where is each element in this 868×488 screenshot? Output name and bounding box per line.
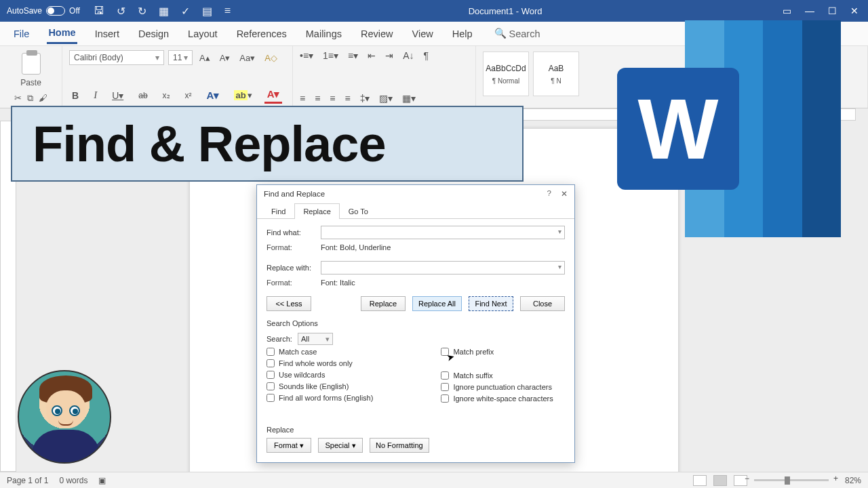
- change-case-icon[interactable]: Aa▾: [237, 52, 258, 64]
- tab-home[interactable]: Home: [47, 23, 77, 44]
- no-formatting-button[interactable]: No Formatting: [370, 438, 429, 453]
- style-item-2[interactable]: AaB ¶ N: [533, 52, 579, 96]
- multilevel-icon[interactable]: ≡▾: [348, 50, 358, 61]
- superscript-button[interactable]: x²: [182, 89, 195, 102]
- checkbox-input[interactable]: [267, 394, 275, 402]
- dialog-close-button[interactable]: Close: [520, 296, 565, 311]
- clear-format-icon[interactable]: A◇: [262, 52, 280, 64]
- read-mode-icon[interactable]: [693, 475, 707, 486]
- option-checkbox[interactable]: Match suffix: [441, 371, 553, 380]
- grow-font-icon[interactable]: A▴: [197, 52, 213, 64]
- dialog-titlebar[interactable]: Find and Replace ? ✕: [257, 185, 574, 203]
- print-layout-icon[interactable]: [713, 475, 727, 486]
- decrease-indent-icon[interactable]: ⇤: [368, 50, 376, 61]
- show-marks-icon[interactable]: ¶: [424, 50, 429, 61]
- option-checkbox[interactable]: Ignore white-space characters: [441, 394, 553, 403]
- search-direction-select[interactable]: All▾: [298, 333, 333, 345]
- font-color-button[interactable]: A▾: [264, 87, 283, 104]
- tab-file[interactable]: File: [12, 24, 31, 43]
- increase-indent-icon[interactable]: ⇥: [385, 50, 393, 61]
- checkbox-input[interactable]: [441, 348, 449, 356]
- layout-icon[interactable]: ▤: [202, 5, 212, 18]
- special-menu-button[interactable]: Special ▾: [318, 438, 363, 453]
- zoom-slider[interactable]: [754, 479, 829, 481]
- redo-icon[interactable]: ↻: [138, 5, 146, 18]
- option-checkbox[interactable]: Match prefix: [441, 348, 553, 356]
- checkbox-input[interactable]: [267, 382, 275, 390]
- tab-help[interactable]: Help: [451, 24, 474, 43]
- style-normal[interactable]: AaBbCcDd ¶ Normal: [483, 52, 529, 96]
- line-spacing-icon[interactable]: ‡▾: [360, 93, 370, 104]
- autosave-toggle[interactable]: AutoSave Off: [0, 6, 87, 16]
- paste-icon[interactable]: [22, 53, 41, 75]
- numbering-icon[interactable]: 1≡▾: [323, 50, 338, 61]
- align-left-icon[interactable]: ≡: [300, 93, 305, 104]
- less-button[interactable]: << Less: [267, 296, 311, 311]
- option-checkbox[interactable]: Match case: [267, 348, 373, 356]
- close-icon[interactable]: ✕: [850, 5, 859, 16]
- justify-icon[interactable]: ≡: [345, 93, 351, 104]
- find-what-input[interactable]: [321, 226, 565, 239]
- replace-with-input[interactable]: [321, 261, 565, 274]
- tab-references[interactable]: References: [235, 24, 288, 43]
- sort-icon[interactable]: A↓: [403, 50, 414, 61]
- option-checkbox[interactable]: Find whole words only: [267, 359, 373, 367]
- option-checkbox[interactable]: Use wildcards: [267, 371, 373, 379]
- checkbox-input[interactable]: [441, 394, 449, 403]
- dialog-tab-goto[interactable]: Go To: [340, 203, 377, 219]
- replace-button[interactable]: Replace: [361, 296, 406, 311]
- dialog-tab-find[interactable]: Find: [262, 203, 294, 219]
- tab-layout[interactable]: Layout: [186, 24, 219, 43]
- ribbon-options-icon[interactable]: ▭: [783, 5, 791, 16]
- tab-review[interactable]: Review: [359, 24, 395, 43]
- tab-design[interactable]: Design: [137, 24, 170, 43]
- align-right-icon[interactable]: ≡: [330, 93, 335, 104]
- align-center-icon[interactable]: ≡: [315, 93, 320, 104]
- table-icon[interactable]: ▦: [159, 5, 169, 18]
- bullets-icon[interactable]: •≡▾: [300, 50, 313, 61]
- highlight-button[interactable]: ab▾: [231, 89, 254, 102]
- text-effects-button[interactable]: A▾: [204, 88, 222, 103]
- checkbox-input[interactable]: [441, 371, 449, 380]
- font-size-combo[interactable]: 11▾: [168, 50, 193, 65]
- cut-icon[interactable]: ✂: [14, 93, 22, 104]
- strikethrough-button[interactable]: ab: [136, 89, 150, 102]
- help-icon[interactable]: ?: [547, 189, 551, 199]
- maximize-icon[interactable]: ☐: [828, 5, 837, 16]
- bold-button[interactable]: B: [69, 89, 81, 102]
- find-next-button[interactable]: Find Next: [469, 296, 513, 311]
- tab-mailings[interactable]: Mailings: [304, 24, 343, 43]
- checkbox-input[interactable]: [267, 359, 275, 367]
- tab-insert[interactable]: Insert: [94, 24, 121, 43]
- borders-icon[interactable]: ▦▾: [402, 93, 416, 104]
- replace-all-button[interactable]: Replace All: [412, 296, 462, 311]
- minimize-icon[interactable]: —: [805, 5, 814, 16]
- checkbox-input[interactable]: [267, 371, 275, 379]
- word-count[interactable]: 0 words: [59, 476, 87, 485]
- checkbox-input[interactable]: [441, 383, 449, 391]
- spellcheck-icon[interactable]: ✓: [181, 5, 190, 18]
- page-indicator[interactable]: Page 1 of 1: [7, 476, 48, 485]
- styles-icon[interactable]: ≡: [224, 5, 231, 18]
- dialog-close-icon[interactable]: ✕: [561, 189, 568, 199]
- format-menu-button[interactable]: Format ▾: [267, 438, 311, 453]
- shading-icon[interactable]: ▨▾: [379, 93, 393, 104]
- option-checkbox[interactable]: Ignore punctuation characters: [441, 383, 553, 391]
- checkbox-input[interactable]: [267, 348, 275, 356]
- option-checkbox[interactable]: Find all word forms (English): [267, 394, 373, 402]
- copy-icon[interactable]: ⧉: [27, 93, 33, 104]
- tab-view[interactable]: View: [411, 24, 435, 43]
- font-name-combo[interactable]: Calibri (Body)▾: [69, 50, 164, 65]
- save-icon[interactable]: 🖫: [94, 5, 104, 18]
- dialog-tab-replace[interactable]: Replace: [294, 203, 339, 219]
- underline-button[interactable]: U▾: [109, 89, 126, 102]
- shrink-font-icon[interactable]: A▾: [217, 52, 233, 64]
- subscript-button[interactable]: x₂: [160, 89, 173, 102]
- tell-me-search[interactable]: 🔍 Search: [494, 28, 540, 39]
- italic-button[interactable]: I: [91, 88, 100, 102]
- format-painter-icon[interactable]: 🖌: [39, 93, 47, 104]
- option-checkbox[interactable]: Sounds like (English): [267, 382, 373, 390]
- zoom-level[interactable]: 82%: [845, 476, 861, 485]
- undo-icon[interactable]: ↺: [117, 5, 125, 18]
- proofing-icon[interactable]: ▣: [98, 476, 106, 485]
